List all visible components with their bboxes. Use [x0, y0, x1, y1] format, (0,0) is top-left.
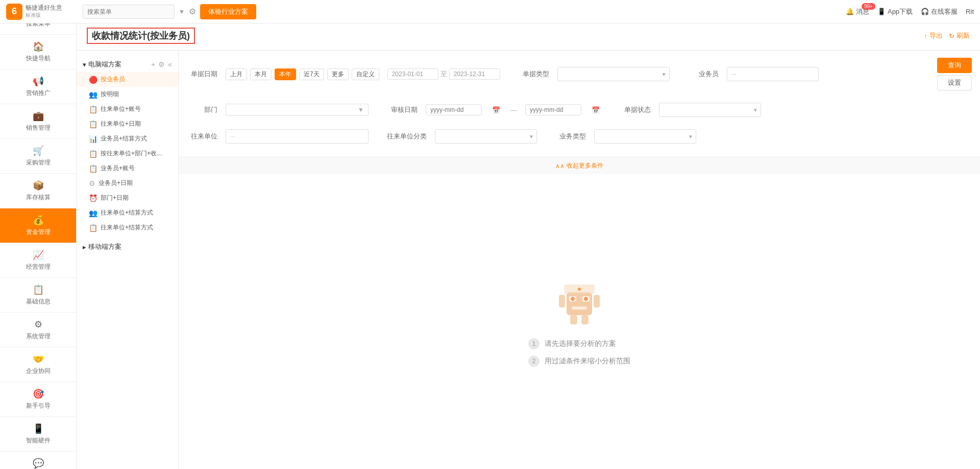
- date-btn-custom[interactable]: 自定义: [352, 68, 379, 80]
- export-icon: ↑: [924, 32, 928, 40]
- page-header: 收款情况统计(按业务员) ↑ 导出 ↻ 刷新: [77, 21, 980, 51]
- sidebar-item-guide[interactable]: 🎯 新手引导: [0, 382, 76, 417]
- date-btn-more[interactable]: 更多: [327, 68, 349, 80]
- review-date-start-input[interactable]: [426, 104, 482, 115]
- biz-type-label: 业务类型: [555, 132, 586, 141]
- settings-button[interactable]: 设置: [937, 75, 972, 90]
- search-input[interactable]: [83, 5, 175, 19]
- inventory-icon: 📦: [33, 180, 44, 191]
- message-badge: 99+: [862, 3, 875, 10]
- plan-item-salesman-settlement[interactable]: 📊 业务员+结算方式: [77, 131, 178, 146]
- sidebar-item-finance[interactable]: 💰 资金管理: [0, 208, 76, 243]
- system-icon: ⚙: [34, 319, 42, 330]
- salesman-select[interactable]: ···: [727, 67, 819, 81]
- app-download-button[interactable]: 📱 App下载: [877, 7, 913, 16]
- sidebar-item-marketing[interactable]: 📢 营销推广: [0, 69, 76, 104]
- date-btn-this-month[interactable]: 本月: [250, 68, 272, 80]
- plan-section-header[interactable]: ▾ 电脑端方案 + ⚙ «: [77, 57, 178, 72]
- empty-step-2: 2 用过滤条件来缩小分析范围: [528, 356, 630, 367]
- sidebar-item-system[interactable]: ⚙ 系统管理: [0, 313, 76, 347]
- finance-icon: 💰: [33, 215, 44, 226]
- date-btn-last-month[interactable]: 上月: [226, 68, 247, 80]
- collapse-icon: ∧∧: [555, 162, 565, 170]
- plan-item-partner-settlement2[interactable]: 📋 往来单位+结算方式: [77, 220, 178, 235]
- salesman-label: 业务员: [688, 69, 719, 79]
- review-date-end-input[interactable]: [525, 104, 581, 115]
- plan-item-partner-account[interactable]: 📋 往来单位+账号: [77, 102, 178, 116]
- plan-item-by-salesman[interactable]: 🔴 按业务员: [77, 72, 178, 87]
- detail-plan-icon: 👥: [89, 90, 97, 99]
- svg-rect-9: [581, 315, 589, 324]
- svg-rect-6: [559, 295, 565, 308]
- sidebar-item-purchase[interactable]: 🛒 采购管理: [0, 139, 76, 174]
- plan-item-salesman-account[interactable]: 📋 业务员+账号: [77, 161, 178, 176]
- sidebar-item-basic[interactable]: 📋 基础信息: [0, 278, 76, 313]
- phone-icon: 📱: [877, 8, 886, 15]
- sidebar-item-operation[interactable]: 📈 经营管理: [0, 243, 76, 278]
- biz-type-select[interactable]: [594, 129, 696, 144]
- purchase-icon: 🛒: [33, 145, 44, 156]
- plan-item-salesman-date[interactable]: ⚙ 业务员+日期: [77, 176, 178, 191]
- doc-type-wrapper: ▼: [557, 67, 670, 81]
- user-profile[interactable]: Rit: [966, 8, 974, 15]
- top-header: 6 畅捷通好生意 标准版 ▼ ⚙ 体验行业方案 🔔 消息 99+ 📱 App下载: [0, 0, 980, 24]
- trial-button[interactable]: 体验行业方案: [200, 4, 256, 19]
- export-button[interactable]: ↑ 导出: [924, 31, 943, 40]
- dept-date-icon: ⏰: [89, 194, 97, 202]
- sidebar-item-cooperation[interactable]: 🤝 企业协同: [0, 347, 76, 382]
- svg-rect-5: [572, 307, 587, 310]
- partner-settlement2-icon: 📋: [89, 224, 97, 232]
- date-options: 上月 本月 本年 近7天 更多 自定义: [226, 68, 379, 80]
- hardware-icon: 📱: [33, 423, 44, 434]
- plan-settings-button[interactable]: ⚙: [158, 60, 165, 68]
- doc-status-select[interactable]: [659, 103, 761, 117]
- review-date-label: 审核日期: [387, 105, 418, 114]
- biz-type-wrapper: ▼: [594, 129, 696, 144]
- plan-item-partner-settlement1[interactable]: 👥 往来单位+结算方式: [77, 205, 178, 220]
- app-logo: 6: [6, 4, 22, 20]
- mobile-plan-section-header[interactable]: ▸ 移动端方案: [77, 239, 178, 254]
- doc-type-select[interactable]: [557, 67, 670, 81]
- messages-button[interactable]: 🔔 消息 99+: [846, 7, 869, 16]
- dept-select[interactable]: ▼: [226, 104, 369, 116]
- plan-item-partner-dept-receipts[interactable]: 📋 按往来单位+部门+收...: [77, 146, 178, 161]
- nav-dropdown-arrow[interactable]: ▼: [179, 8, 185, 15]
- sidebar-item-sales[interactable]: 💼 销售管理: [0, 104, 76, 139]
- partner-cat-label: 往来单位分类: [387, 132, 427, 141]
- operation-icon: 📈: [33, 249, 44, 261]
- query-button[interactable]: 查询: [937, 58, 972, 73]
- date-btn-7days[interactable]: 近7天: [299, 68, 324, 80]
- page-actions: ↑ 导出 ↻ 刷新: [924, 31, 970, 40]
- svg-point-11: [578, 288, 581, 291]
- plan-item-by-detail[interactable]: 👥 按明细: [77, 87, 178, 102]
- date-btn-this-year[interactable]: 本年: [275, 68, 296, 80]
- plan-item-partner-date[interactable]: 📋 往来单位+日期: [77, 116, 178, 131]
- settings-icon[interactable]: ⚙: [189, 7, 196, 16]
- plan-collapse-button[interactable]: «: [168, 60, 172, 68]
- sidebar-item-hardware[interactable]: 📱 智能硬件: [0, 417, 76, 452]
- review-date-end-icon: 📅: [590, 106, 602, 114]
- date-start-input[interactable]: [387, 68, 438, 80]
- add-plan-button[interactable]: +: [151, 60, 155, 68]
- sidebar-item-shortcut[interactable]: 🏠 快捷导航: [0, 35, 76, 69]
- online-service-button[interactable]: 🎧 在线客服: [921, 7, 958, 16]
- partner-select[interactable]: ···: [226, 129, 369, 144]
- chevron-right-icon: ▸: [83, 243, 86, 251]
- date-end-input[interactable]: [449, 68, 500, 80]
- wechat-icon: 💬: [33, 458, 44, 469]
- empty-step-1: 1 请先选择要分析的方案: [528, 338, 630, 349]
- header-right: 🔔 消息 99+ 📱 App下载 🎧 在线客服 Rit: [846, 7, 974, 16]
- basic-icon: 📋: [33, 284, 44, 295]
- left-panel: ▾ 电脑端方案 + ⚙ « 🔴 按业务员: [77, 51, 179, 469]
- salesman-settlement-icon: 📊: [89, 135, 97, 143]
- partner-cat-select[interactable]: [435, 129, 537, 144]
- sidebar-item-wechat[interactable]: 💬 企业微信: [0, 452, 76, 469]
- dept-label: 部门: [187, 105, 217, 114]
- plan-item-dept-date[interactable]: ⏰ 部门+日期: [77, 191, 178, 205]
- sidebar-item-inventory[interactable]: 📦 库存核算: [0, 174, 76, 208]
- partner-settlement1-icon: 👥: [89, 209, 97, 217]
- collapse-bar[interactable]: ∧∧ 收起更多条件: [179, 157, 980, 174]
- refresh-button[interactable]: ↻ 刷新: [949, 31, 970, 40]
- date-range: 至: [387, 68, 500, 80]
- empty-illustration: [549, 277, 610, 328]
